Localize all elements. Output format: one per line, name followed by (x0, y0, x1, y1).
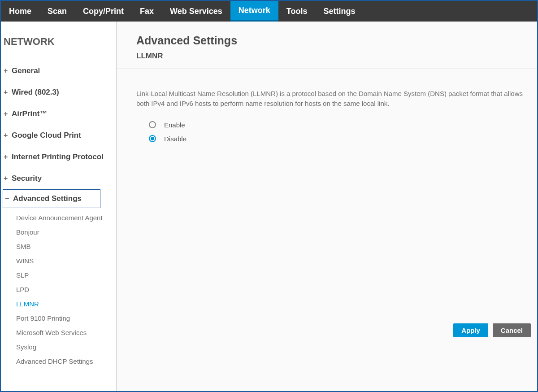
radio-disable[interactable] (149, 135, 156, 142)
tab-home[interactable]: Home (1, 1, 39, 22)
sub-item-port9100[interactable]: Port 9100 Printing (16, 311, 104, 326)
sidebar-item-google-cloud-print[interactable]: + Google Cloud Print (1, 125, 116, 146)
radio-enable-label: Enable (164, 121, 185, 129)
button-row: Apply Cancel (453, 323, 531, 337)
expand-icon: + (4, 110, 10, 118)
sidebar-item-wired[interactable]: + Wired (802.3) (1, 82, 116, 103)
radio-row-disable[interactable]: Disable (149, 135, 525, 143)
llmnr-description: Link-Local Multicast Name Resolution (LL… (136, 89, 525, 109)
sidebar-item-general[interactable]: + General (1, 60, 116, 82)
sub-item-llmnr[interactable]: LLMNR (16, 297, 104, 311)
expand-icon: + (4, 67, 10, 75)
sub-item-ms-web-services[interactable]: Microsoft Web Services (16, 326, 104, 340)
sidebar-item-security[interactable]: + Security (1, 168, 116, 189)
sidebar-item-label: General (12, 66, 40, 75)
tab-web-services[interactable]: Web Services (162, 1, 230, 22)
sub-item-slp[interactable]: SLP (16, 268, 104, 283)
radio-row-enable[interactable]: Enable (149, 121, 525, 129)
sidebar-item-advanced-settings[interactable]: − Advanced Settings (3, 189, 100, 208)
collapse-icon: − (5, 195, 11, 203)
sidebar-item-airprint[interactable]: + AirPrint™ (1, 103, 116, 125)
page-heading: Advanced Settings (136, 34, 537, 47)
content-header: Advanced Settings LLMNR (117, 22, 537, 69)
sidebar: NETWORK + General + Wired (802.3) + AirP… (1, 22, 117, 391)
content-body: Link-Local Multicast Name Resolution (LL… (117, 69, 537, 149)
tab-scan[interactable]: Scan (39, 1, 75, 22)
radio-enable[interactable] (149, 121, 156, 128)
sidebar-item-label: Wired (802.3) (12, 88, 59, 97)
expand-icon: + (4, 88, 10, 96)
apply-button[interactable]: Apply (453, 323, 488, 337)
sidebar-sublist-advanced: Device Announcement Agent Bonjour SMB WI… (1, 208, 116, 369)
sub-item-bonjour[interactable]: Bonjour (16, 225, 104, 240)
page-subheading: LLMNR (136, 52, 537, 61)
expand-icon: + (4, 153, 10, 161)
sidebar-title: NETWORK (1, 23, 116, 60)
llmnr-radio-group: Enable Disable (136, 121, 525, 143)
sub-item-syslog[interactable]: Syslog (16, 340, 104, 354)
expand-icon: + (4, 174, 10, 183)
expand-icon: + (4, 131, 10, 139)
sub-item-smb[interactable]: SMB (16, 240, 104, 254)
sidebar-item-ipp[interactable]: + Internet Printing Protocol (1, 146, 116, 168)
sidebar-item-label: Advanced Settings (13, 194, 82, 203)
sub-item-advanced-dhcp[interactable]: Advanced DHCP Settings (16, 354, 104, 369)
sidebar-item-label: AirPrint™ (12, 109, 47, 118)
radio-disable-label: Disable (164, 135, 187, 143)
sub-item-device-announcement[interactable]: Device Announcement Agent (16, 211, 104, 225)
sidebar-item-label: Google Cloud Print (12, 131, 81, 140)
sub-item-lpd[interactable]: LPD (16, 283, 104, 297)
tab-fax[interactable]: Fax (132, 1, 162, 22)
tab-settings[interactable]: Settings (316, 1, 364, 22)
tab-copy-print[interactable]: Copy/Print (75, 1, 132, 22)
sidebar-item-label: Security (12, 174, 42, 183)
main-content: Advanced Settings LLMNR Link-Local Multi… (117, 22, 537, 391)
cancel-button[interactable]: Cancel (493, 323, 531, 337)
top-nav: Home Scan Copy/Print Fax Web Services Ne… (1, 1, 537, 22)
sidebar-item-label: Internet Printing Protocol (12, 152, 104, 161)
tab-tools[interactable]: Tools (278, 1, 316, 22)
tab-network[interactable]: Network (230, 1, 278, 22)
sub-item-wins[interactable]: WINS (16, 254, 104, 268)
